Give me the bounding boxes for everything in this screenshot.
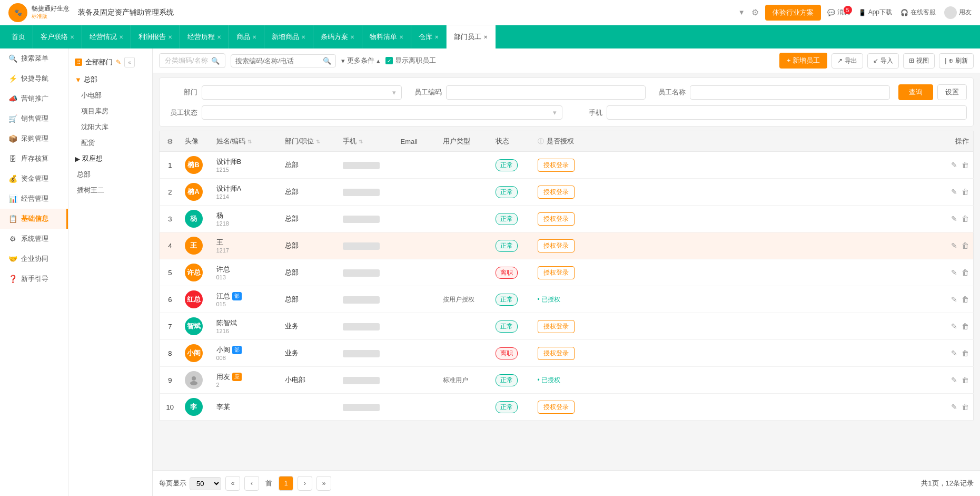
auth-info-icon[interactable]: ⓘ: [538, 137, 544, 146]
edit-icon[interactable]: ✎: [951, 322, 957, 330]
tab-close-icon[interactable]: ✕: [70, 34, 74, 40]
th-phone[interactable]: 手机 ⇅: [339, 131, 397, 152]
sidebar-item-quicknav[interactable]: ⚡快捷导航: [0, 69, 68, 89]
sidebar-item-basicinfo[interactable]: 📋基础信息: [0, 209, 68, 229]
nav-tab-客户联络[interactable]: 客户联络 ✕: [33, 25, 82, 48]
nav-tab-首页[interactable]: 首页: [4, 25, 33, 48]
nav-tab-物料清单[interactable]: 物料清单 ✕: [362, 25, 411, 48]
nav-tab-经营历程[interactable]: 经营历程 ✕: [180, 25, 229, 48]
edit-icon[interactable]: ✎: [951, 376, 957, 384]
tab-close-icon[interactable]: ✕: [399, 34, 403, 40]
auth-login-button[interactable]: 授权登录: [538, 320, 575, 333]
filter-empname-input[interactable]: [690, 85, 890, 100]
tab-close-icon[interactable]: ✕: [350, 34, 354, 40]
trial-button[interactable]: 体验行业方案: [765, 5, 821, 21]
tab-close-icon[interactable]: ✕: [217, 34, 221, 40]
sidebar-item-inventory[interactable]: 🗄库存核算: [0, 149, 68, 169]
delete-icon[interactable]: 🗑: [962, 241, 969, 250]
dept-group-zongbu[interactable]: ▼ 总部: [68, 72, 152, 87]
auth-login-button[interactable]: 授权登录: [538, 401, 575, 414]
sidebar-item-operations[interactable]: 📊经营管理: [0, 189, 68, 209]
print-button[interactable]: | ⊕ 刷新: [939, 53, 974, 69]
auth-login-button[interactable]: 授权登录: [538, 212, 575, 226]
sidebar-item-search[interactable]: 🔍搜索菜单: [0, 48, 68, 69]
edit-icon[interactable]: ✎: [951, 188, 957, 196]
settings-icon[interactable]: ⚙: [751, 7, 759, 17]
nav-tab-部门员工[interactable]: 部门员工 ✕: [447, 25, 496, 48]
nav-tab-经营情况[interactable]: 经营情况 ✕: [82, 25, 131, 48]
online-service-button[interactable]: 🎧 在线客服: [900, 8, 936, 17]
nav-tab-商品[interactable]: 商品 ✕: [229, 25, 264, 48]
last-page-button[interactable]: »: [316, 476, 331, 491]
filter-dept-select[interactable]: ▾: [202, 85, 402, 100]
edit-icon[interactable]: ✎: [951, 295, 957, 304]
dept-edit-icon[interactable]: ✎: [116, 59, 121, 66]
auth-login-button[interactable]: 授权登录: [538, 159, 575, 172]
delete-icon[interactable]: 🗑: [962, 322, 969, 330]
notification-button[interactable]: 💬 消息 5: [827, 8, 850, 17]
sidebar-item-finance[interactable]: 💰资金管理: [0, 169, 68, 189]
edit-icon[interactable]: ✎: [951, 241, 957, 250]
delete-icon[interactable]: 🗑: [962, 403, 969, 411]
tab-close-icon[interactable]: ✕: [483, 34, 488, 40]
sidebar-item-marketing[interactable]: 📣营销推广: [0, 89, 68, 109]
dept-item-peihuo[interactable]: 配货: [68, 135, 152, 151]
user-menu[interactable]: 用友: [944, 6, 972, 19]
auth-login-button[interactable]: 授权登录: [538, 186, 575, 199]
tab-close-icon[interactable]: ✕: [301, 34, 305, 40]
export-button[interactable]: ↗ 导出: [831, 53, 863, 69]
auth-login-button[interactable]: 授权登录: [538, 239, 575, 252]
more-filter-button[interactable]: ▾ 更多条件 ▴: [341, 56, 380, 65]
view-button[interactable]: ⊞ 视图: [903, 53, 935, 69]
th-dept[interactable]: 部门/职位 ⇅: [281, 131, 339, 152]
add-employee-button[interactable]: + 新增员工: [779, 53, 827, 69]
collapse-button[interactable]: «: [124, 57, 135, 67]
delete-icon[interactable]: 🗑: [962, 349, 969, 357]
edit-icon[interactable]: ✎: [951, 403, 957, 411]
edit-icon[interactable]: ✎: [951, 215, 957, 223]
tab-close-icon[interactable]: ✕: [434, 34, 439, 40]
delete-icon[interactable]: 🗑: [962, 295, 969, 304]
sidebar-item-sales[interactable]: 🛒销售管理: [0, 109, 68, 129]
per-page-select[interactable]: 50 100 200: [190, 477, 221, 490]
show-resigned-toggle[interactable]: ✓ 显示离职员工: [385, 56, 436, 65]
nav-tab-仓库[interactable]: 仓库 ✕: [411, 25, 447, 48]
sidebar-item-system[interactable]: ⚙系统管理: [0, 229, 68, 249]
filter-status-select[interactable]: ▾: [202, 105, 562, 120]
sidebar-item-guide[interactable]: ❓新手引导: [0, 269, 68, 289]
edit-icon[interactable]: ✎: [951, 349, 957, 357]
filter-empcode-input[interactable]: [446, 85, 646, 100]
dept-search-input[interactable]: 分类编码/名称 🔍: [159, 53, 225, 68]
auth-login-button[interactable]: 授权登录: [538, 266, 575, 279]
dept-item-chashuwanger[interactable]: 插树王二: [68, 182, 152, 198]
nav-tab-利润报告[interactable]: 利润报告 ✕: [131, 25, 180, 48]
th-name[interactable]: 姓名/编码 ⇅: [212, 131, 281, 152]
delete-icon[interactable]: 🗑: [962, 161, 969, 169]
next-page-button[interactable]: ›: [298, 476, 312, 491]
delete-icon[interactable]: 🗑: [962, 215, 969, 223]
dept-item-shuangzuoxiang[interactable]: ▶ 双座想: [68, 151, 152, 167]
delete-icon[interactable]: 🗑: [962, 268, 969, 277]
nav-tab-条码方案[interactable]: 条码方案 ✕: [313, 25, 362, 48]
filter-phone-input[interactable]: [607, 105, 967, 120]
dept-item-shenyangdaku[interactable]: 沈阳大库: [68, 119, 152, 135]
employee-search-input[interactable]: [235, 57, 323, 65]
search-confirm-button[interactable]: 查询: [898, 84, 933, 100]
filter-settings-button[interactable]: 设置: [937, 84, 967, 100]
delete-icon[interactable]: 🗑: [962, 376, 969, 384]
auth-login-button[interactable]: 授权登录: [538, 347, 575, 360]
tab-close-icon[interactable]: ✕: [168, 34, 172, 40]
app-download-button[interactable]: 📱 App下载: [858, 8, 892, 17]
sidebar-item-collab[interactable]: 🤝企业协同: [0, 249, 68, 269]
import-button[interactable]: ↙ 导入: [867, 53, 899, 69]
tab-close-icon[interactable]: ✕: [119, 34, 123, 40]
tab-close-icon[interactable]: ✕: [252, 34, 256, 40]
current-page-button[interactable]: 1: [279, 476, 293, 491]
dept-item-xiaodibu[interactable]: 小电部: [68, 87, 152, 103]
nav-tab-新增商品[interactable]: 新增商品 ✕: [264, 25, 313, 48]
first-page-button[interactable]: «: [225, 476, 240, 491]
sidebar-item-purchase[interactable]: 📦采购管理: [0, 129, 68, 149]
edit-icon[interactable]: ✎: [951, 268, 957, 277]
dept-item-xiangmukufang[interactable]: 项目库房: [68, 103, 152, 119]
dept-item-zongbu2[interactable]: 总部: [68, 167, 152, 182]
